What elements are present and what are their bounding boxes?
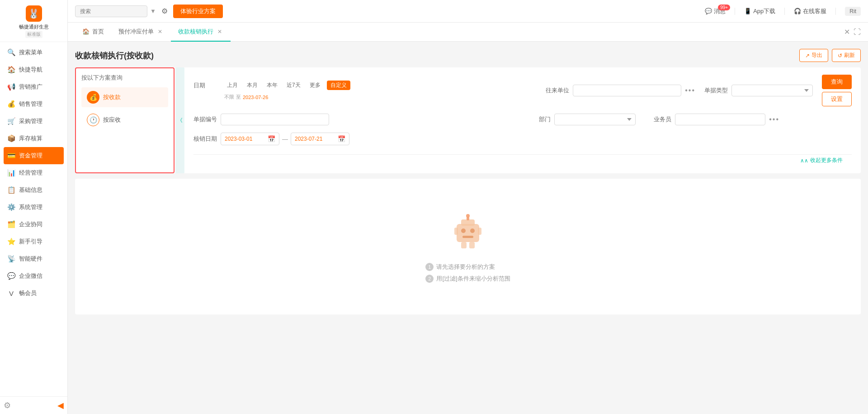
headset-icon: 🎧 <box>794 8 801 14</box>
svg-rect-4 <box>462 236 473 238</box>
empty-tips: 1 请先选择要分析的方案 2 用[过滤]条件来缩小分析范围 <box>425 263 510 283</box>
expand-icon[interactable]: ⛶ <box>854 28 861 36</box>
verify-date-end-value: 2023-07-21 <box>295 136 322 142</box>
gear-icon[interactable]: ⚙ <box>161 7 168 15</box>
sidebar-item-0[interactable]: 🔍搜索菜单 <box>0 44 67 61</box>
sidebar-item-14[interactable]: V畅会员 <box>0 285 67 302</box>
tab-home-label: 首页 <box>92 28 104 36</box>
export-button[interactable]: ↗ 导出 <box>799 49 828 62</box>
date-more-btn[interactable]: 更多 <box>307 81 323 90</box>
verify-date-start-input[interactable]: 2023-03-01 📅 <box>221 133 279 145</box>
partner-group: 往来单位 ••• <box>546 85 695 96</box>
date-last-month-btn[interactable]: 上月 <box>224 81 241 90</box>
header-actions: ↗ 导出 ↺ 刷新 <box>799 49 861 62</box>
doc-no-input[interactable] <box>221 114 329 125</box>
salesperson-label: 业务员 <box>654 115 671 124</box>
date-range-separator: — <box>282 136 288 143</box>
empty-tip-2: 2 用[过滤]条件来缩小分析范围 <box>425 275 510 283</box>
tab-writeoff[interactable]: 收款核销执行 ✕ <box>171 23 231 42</box>
tabs-bar: 🏠 首页 预付冲应付单 ✕ 收款核销执行 ✕ ✕ ⛶ <box>68 23 868 42</box>
date-this-year-btn[interactable]: 本年 <box>264 81 280 90</box>
online-service-button[interactable]: 🎧 在线客服 <box>794 7 826 15</box>
filter-by-receipt-label: 按收款 <box>103 93 121 101</box>
filter-option-by-receivable[interactable]: 🕐 按应收 <box>81 110 168 130</box>
collapse-more-btn[interactable]: ∧∧ 收起更多条件 <box>193 154 852 166</box>
nav-label-4: 采购管理 <box>19 117 42 125</box>
tab-prepay[interactable]: 预付冲应付单 ✕ <box>111 23 171 42</box>
search-panel: 按以下方案查询 💰 按收款 🕐 按应收 《 <box>75 67 861 173</box>
app-download-button[interactable]: 📱 App下载 <box>744 7 775 15</box>
date-quick-group: 上月 本月 本年 近7天 更多 自定义 <box>224 81 350 90</box>
dept-select[interactable] <box>554 114 636 125</box>
online-service-label: 在线客服 <box>803 7 826 15</box>
close-tab-icon[interactable]: ✕ <box>844 28 850 36</box>
tab-prepay-close[interactable]: ✕ <box>156 28 164 35</box>
verify-date-end-input[interactable]: 2023-07-21 📅 <box>291 133 349 145</box>
svg-rect-5 <box>454 228 458 235</box>
sidebar-item-8[interactable]: 📋基础信息 <box>0 181 67 199</box>
sidebar-item-13[interactable]: 💬企业微信 <box>0 267 67 285</box>
sidebar-item-10[interactable]: 🗂️企业协同 <box>0 216 67 233</box>
settings-icon[interactable]: ⚙ <box>4 400 11 410</box>
chevron-down-icon[interactable]: ▼ <box>150 8 156 14</box>
nav-icon-3: 💰 <box>7 100 15 108</box>
nav-label-11: 新手引导 <box>19 238 42 246</box>
industry-solution-button[interactable]: 体验行业方案 <box>173 5 223 18</box>
user-account[interactable]: Rit <box>845 7 861 16</box>
sidebar-bottom: ⚙ ◀ <box>0 396 67 414</box>
sidebar-item-4[interactable]: 🛒采购管理 <box>0 113 67 130</box>
topbar-search-input[interactable] <box>75 5 147 17</box>
partner-more-btn[interactable]: ••• <box>685 86 695 95</box>
tip-text-1: 请先选择要分析的方案 <box>436 263 495 271</box>
calendar-end-icon[interactable]: 📅 <box>338 135 345 143</box>
tab-home[interactable]: 🏠 首页 <box>75 23 111 42</box>
tab-writeoff-close[interactable]: ✕ <box>216 28 223 35</box>
sidebar-item-1[interactable]: 🏠快捷导航 <box>0 61 67 78</box>
sidebar-item-2[interactable]: 📢营销推广 <box>0 78 67 95</box>
app-download-label: App下载 <box>753 7 775 15</box>
refresh-icon: ↺ <box>838 52 842 59</box>
sidebar-item-12[interactable]: 📡智能硬件 <box>0 250 67 267</box>
sidebar-item-3[interactable]: 💰销售管理 <box>0 95 67 113</box>
refresh-button[interactable]: ↺ 刷新 <box>832 49 861 62</box>
sidebar-item-7[interactable]: 📊经营管理 <box>0 164 67 181</box>
tip-num-1: 1 <box>425 263 434 271</box>
calendar-start-icon[interactable]: 📅 <box>268 135 275 143</box>
collapse-sidebar-btn[interactable]: ◀ <box>57 400 64 410</box>
sidebar-item-6[interactable]: 💳资金管理 <box>4 147 64 164</box>
sidebar-item-5[interactable]: 📦库存核算 <box>0 130 67 147</box>
svg-point-3 <box>470 228 475 233</box>
date-no-limit: 不限 <box>224 94 234 100</box>
message-button[interactable]: 💬 消息 99+ <box>705 7 726 15</box>
sidebar-item-11[interactable]: ⭐新手引导 <box>0 233 67 250</box>
receipt-icon: 💰 <box>87 91 99 104</box>
verify-date-label: 核销日期 <box>193 135 217 143</box>
doc-no-group: 单据编号 <box>193 114 329 125</box>
logo-icon: 🐰 <box>26 5 42 22</box>
salesperson-input[interactable] <box>675 114 765 125</box>
nav-label-1: 快捷导航 <box>19 66 42 74</box>
doc-type-select[interactable] <box>731 85 813 96</box>
date-7days-btn[interactable]: 近7天 <box>284 81 303 90</box>
salesperson-more-btn[interactable]: ••• <box>769 115 779 124</box>
partner-input[interactable] <box>573 85 681 96</box>
date-value: 2023-07-26 <box>243 95 268 100</box>
dept-group: 部门 <box>539 114 636 125</box>
collapse-more-label: 收起更多条件 <box>810 157 843 164</box>
filter-option-by-receipt[interactable]: 💰 按收款 <box>81 87 168 107</box>
verify-date-group: 核销日期 2023-03-01 📅 — 2023-07-21 📅 <box>193 133 349 145</box>
date-this-month-btn[interactable]: 本月 <box>244 81 260 90</box>
sidebar-nav: 🔍搜索菜单🏠快捷导航📢营销推广💰销售管理🛒采购管理📦库存核算💳资金管理📊经营管理… <box>0 42 67 396</box>
nav-icon-2: 📢 <box>7 83 15 91</box>
date-custom-badge[interactable]: 自定义 <box>327 81 350 90</box>
collapse-filter-btn[interactable]: 《 <box>175 67 184 173</box>
doc-type-group: 单据类型 <box>704 85 813 96</box>
date-label: 日期 <box>193 81 221 90</box>
query-button[interactable]: 查询 <box>822 75 852 89</box>
page-title: 收款核销执行(按收款) <box>75 50 154 61</box>
app-logo: 🐰 畅捷通好生意 标准版 <box>0 0 67 42</box>
settings-button[interactable]: 设置 <box>822 92 852 106</box>
page-content: 收款核销执行(按收款) ↗ 导出 ↺ 刷新 按以下方案查询 💰 按收款 <box>68 42 868 414</box>
nav-label-6: 资金管理 <box>19 152 42 160</box>
sidebar-item-9[interactable]: ⚙️系统管理 <box>0 199 67 216</box>
